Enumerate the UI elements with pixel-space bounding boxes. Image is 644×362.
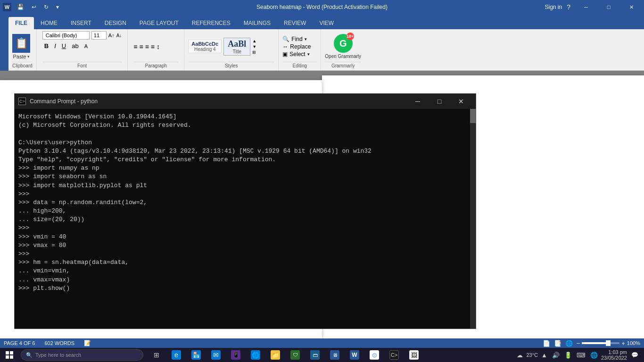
clock-display[interactable]: 1:03 pm 23/05/2022 xyxy=(601,349,627,361)
tab-view[interactable]: VIEW xyxy=(313,17,340,29)
wifi-icon[interactable]: ▲ xyxy=(540,352,549,359)
volume-icon[interactable]: 🔊 xyxy=(551,352,561,359)
line-spacing-button[interactable]: ↕ xyxy=(157,43,160,50)
cmd-minimize-button[interactable]: ─ xyxy=(407,94,429,109)
replace-button[interactable]: ↔ Replace xyxy=(282,43,317,50)
start-button[interactable] xyxy=(0,348,19,362)
open-grammarly-button[interactable]: G 10+ Open Grammarly xyxy=(325,34,361,59)
tab-home[interactable]: HOME xyxy=(34,17,64,29)
minimize-button[interactable]: ─ xyxy=(575,0,597,14)
keyboard-icon[interactable]: ⌨ xyxy=(575,352,587,359)
taskbar-search[interactable]: 🔍 Type here to search xyxy=(21,349,143,361)
paste-dropdown-arrow[interactable]: ▾ xyxy=(27,54,30,59)
title-bar-controls: Sign in ? ─ □ ✕ xyxy=(545,0,644,14)
styles-scroll-up[interactable]: ▲ xyxy=(252,39,256,43)
find-dropdown[interactable]: ▾ xyxy=(305,37,307,41)
remote-desktop-app[interactable]: 🖥 xyxy=(325,348,344,362)
undo-quick-btn[interactable]: ↩ xyxy=(30,3,38,11)
zoom-slider[interactable] xyxy=(582,342,619,344)
italic-button[interactable]: I xyxy=(52,41,58,50)
zoom-control[interactable]: − + 100% xyxy=(577,340,640,347)
paste-button[interactable]: 📋 Paste ▾ xyxy=(12,34,30,59)
tab-page-layout[interactable]: PAGE LAYOUT xyxy=(133,17,185,29)
heading4-style[interactable]: AaBbCcDc Heading 4 xyxy=(188,40,222,53)
cmd-scrollbar[interactable] xyxy=(470,109,476,329)
vpn-app[interactable]: 🛡 xyxy=(286,348,305,362)
win-sq-4 xyxy=(10,355,13,359)
taskbar: 🔍 Type here to search ⊞ e 🏪 ✉ 📱 🌐 📁 🛡 🗃 xyxy=(0,348,644,362)
title-style[interactable]: AaBl Title xyxy=(223,38,250,56)
justify-button[interactable]: ≡ xyxy=(151,43,155,50)
editing-group: 🔍 Find ▾ ↔ Replace ▣ Select ▾ Editing xyxy=(279,29,321,70)
customize-quick-btn[interactable]: ▾ xyxy=(54,3,61,11)
network-icon[interactable]: 🌐 xyxy=(589,352,599,359)
editing-group-label: Editing xyxy=(282,62,317,68)
store-app[interactable]: 🏪 xyxy=(187,348,206,362)
font-size-input[interactable]: 11 xyxy=(91,31,107,40)
find-icon: 🔍 xyxy=(282,36,289,42)
cmd-close-button[interactable]: ✕ xyxy=(450,94,472,109)
sign-in-link[interactable]: Sign in xyxy=(545,4,562,10)
battery-icon[interactable]: 🔋 xyxy=(563,352,573,359)
store-icon: 🏪 xyxy=(191,350,201,360)
styles-scroll-down[interactable]: ▼ xyxy=(252,44,256,49)
find-button[interactable]: 🔍 Find ▾ xyxy=(282,36,317,42)
tab-references[interactable]: REFERENCES xyxy=(185,17,237,29)
tab-design[interactable]: DESIGN xyxy=(98,17,133,29)
view-web-icon[interactable]: 🌐 xyxy=(565,340,573,347)
font-group-content: Calibri (Body) 11 A↑ A↓ B I U ab A xyxy=(42,31,122,62)
browser-app[interactable]: 🌐 xyxy=(246,348,265,362)
underline-button[interactable]: U xyxy=(60,41,68,50)
ribbon-content: 📋 Paste ▾ Clipboard Calibri (Body) 11 A↑… xyxy=(8,29,644,71)
tab-file[interactable]: FILE xyxy=(8,17,34,29)
cmd-body[interactable]: Microsoft Windows [Version 10.0.19044.16… xyxy=(15,109,476,329)
track-changes-icon[interactable]: 📝 xyxy=(84,340,91,346)
photo-app[interactable]: 🖼 xyxy=(405,348,423,362)
phone-link-app[interactable]: 📱 xyxy=(226,348,245,362)
notification-center-button[interactable]: 💬 xyxy=(629,350,640,360)
mail-app[interactable]: ✉ xyxy=(206,348,225,362)
close-button[interactable]: ✕ xyxy=(620,0,642,14)
photo-icon: 🖼 xyxy=(409,350,419,360)
align-center-button[interactable]: ≡ xyxy=(140,43,143,50)
zoom-in-button[interactable]: + xyxy=(621,340,625,347)
bold-button[interactable]: B xyxy=(42,41,50,50)
remote-desktop-icon: 🖥 xyxy=(330,350,339,360)
strikethrough-button[interactable]: ab xyxy=(70,41,80,50)
help-icon[interactable]: ? xyxy=(567,3,570,11)
cmd-app[interactable]: C> xyxy=(385,348,404,362)
taskview-app[interactable]: ⊞ xyxy=(147,348,166,362)
win-sq-3 xyxy=(6,355,9,359)
styles-expand[interactable]: ⊞ xyxy=(252,50,256,55)
tab-review[interactable]: REVIEW xyxy=(277,17,313,29)
zoom-out-button[interactable]: − xyxy=(577,340,580,347)
view-print-icon[interactable]: 📑 xyxy=(554,340,561,347)
tab-insert[interactable]: INSERT xyxy=(64,17,98,29)
redo-quick-btn[interactable]: ↻ xyxy=(42,3,50,11)
highlight-button[interactable]: A xyxy=(83,42,90,50)
cmd-scrollthumb[interactable] xyxy=(470,109,476,123)
align-right-button[interactable]: ≡ xyxy=(145,43,149,50)
word-app[interactable]: W xyxy=(345,348,364,362)
maximize-button[interactable]: □ xyxy=(598,0,619,14)
zoom-level: 100% xyxy=(627,340,640,346)
styles-group-label: Styles xyxy=(188,62,274,68)
font-family-input[interactable]: Calibri (Body) xyxy=(42,31,90,40)
font-size-down[interactable]: A↓ xyxy=(116,33,122,38)
weather-icon[interactable]: ☁ xyxy=(515,352,524,359)
select-button[interactable]: ▣ Select ▾ xyxy=(282,51,317,58)
select-icon: ▣ xyxy=(282,51,288,58)
paste-label: Paste xyxy=(13,54,26,59)
db-app[interactable]: 🗃 xyxy=(305,348,324,362)
save-quick-btn[interactable]: 💾 xyxy=(15,3,26,11)
font-group: Calibri (Body) 11 A↑ A↓ B I U ab A Font xyxy=(37,29,128,70)
tab-mailings[interactable]: MAILINGS xyxy=(237,17,277,29)
font-size-up[interactable]: A↑ xyxy=(108,33,115,38)
select-dropdown[interactable]: ▾ xyxy=(307,52,310,57)
explorer-app[interactable]: 📁 xyxy=(266,348,285,362)
cmd-maximize-button[interactable]: □ xyxy=(429,94,450,109)
align-left-button[interactable]: ≡ xyxy=(133,43,137,50)
edge-browser-app[interactable]: e xyxy=(167,348,186,362)
view-read-icon[interactable]: 📄 xyxy=(543,340,550,347)
chrome-app[interactable]: ⊙ xyxy=(365,348,384,362)
